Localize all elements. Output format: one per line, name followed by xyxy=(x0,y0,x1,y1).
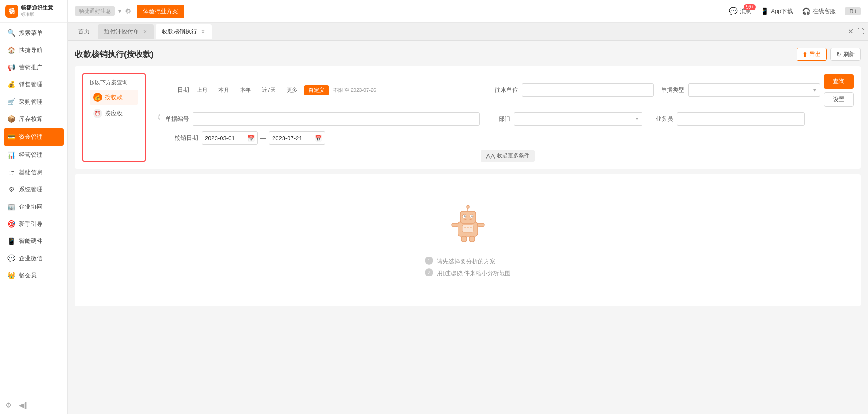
sidebar-item-sales[interactable]: 💰 销售管理 xyxy=(0,76,67,93)
cancel-date-end-wrapper[interactable]: 📅 xyxy=(269,131,325,145)
sidebar-item-guide[interactable]: 🎯 新手引导 xyxy=(0,215,67,233)
query-by-receipt-label: 按收款 xyxy=(105,93,123,101)
logo-sub: 标准版 xyxy=(21,11,53,18)
tab-close-prepay[interactable]: ✕ xyxy=(143,29,147,35)
doc-no-input[interactable] xyxy=(193,112,480,126)
sidebar-item-label-system: 系统管理 xyxy=(19,186,42,194)
more-btn[interactable]: 更多 xyxy=(283,85,302,95)
sidebar-item-search[interactable]: 🔍 搜索菜单 xyxy=(0,24,67,42)
last-month-btn[interactable]: 上月 xyxy=(193,85,212,95)
query-by-receipt[interactable]: 💰 按收款 xyxy=(90,90,138,105)
collapse-chevron-icon: ⋀⋀ xyxy=(486,153,495,159)
topbar: 畅捷通好生意 ▾ ⚙ 体验行业方案 💬 消息 99+ 📱 App下载 🎧 在线客… xyxy=(68,0,868,23)
svg-rect-8 xyxy=(452,223,458,227)
refresh-icon: ↻ xyxy=(836,51,841,58)
topbar-gear-icon[interactable]: ⚙ xyxy=(125,7,131,15)
cancel-date-start-input[interactable] xyxy=(205,135,245,142)
query-button[interactable]: 查询 xyxy=(824,74,854,89)
export-button[interactable]: ⬆ 导出 xyxy=(797,48,827,61)
app-download-button[interactable]: 📱 App下载 xyxy=(760,7,793,15)
sidebar-item-label-enterprise: 企业协同 xyxy=(19,203,42,211)
sidebar-item-quick-nav[interactable]: 🏠 快捷导航 xyxy=(0,42,67,59)
dept-select[interactable]: ▾ xyxy=(514,112,642,126)
tab-home[interactable]: 首页 xyxy=(71,24,96,39)
cancel-date-start-calendar-icon[interactable]: 📅 xyxy=(247,135,255,142)
inventory-icon: 📦 xyxy=(7,115,15,123)
party-dots-icon[interactable]: ··· xyxy=(644,86,650,94)
party-select[interactable]: ··· xyxy=(522,83,654,97)
refresh-button[interactable]: ↻ 刷新 xyxy=(830,48,861,61)
receipt-icon: 💰 xyxy=(93,93,102,102)
topbar-dropdown-icon[interactable]: ▾ xyxy=(118,8,121,14)
hardware-icon: 📱 xyxy=(7,237,15,245)
query-by-receivable-label: 按应收 xyxy=(105,109,123,118)
dept-chevron-icon: ▾ xyxy=(636,116,638,122)
this-month-btn[interactable]: 本月 xyxy=(214,85,233,95)
empty-state: 1 请先选择要分析的方案 2 用[过滤]条件来缩小分析范围 xyxy=(75,174,861,306)
cancel-date-end-input[interactable] xyxy=(272,135,313,142)
this-year-btn[interactable]: 本年 xyxy=(236,85,255,95)
expand-icon[interactable]: ⛶ xyxy=(857,28,864,36)
brand-name: 畅捷通好生意 xyxy=(75,6,115,16)
svg-point-5 xyxy=(471,215,473,217)
purchase-icon: 🛒 xyxy=(7,98,15,106)
solution-button[interactable]: 体验行业方案 xyxy=(137,5,184,18)
guide-icon: 🎯 xyxy=(7,220,15,228)
enterprise-icon: 🏢 xyxy=(7,203,15,211)
sidebar-item-hardware[interactable]: 📱 智能硬件 xyxy=(0,233,67,250)
online-service-button[interactable]: 🎧 在线客服 xyxy=(802,7,836,15)
filter-collapse-toggle[interactable]: 《 xyxy=(153,114,162,122)
sidebar-collapse-button[interactable]: ◀‖ xyxy=(19,401,28,409)
sidebar-item-marketing[interactable]: 📢 营销推广 xyxy=(0,59,67,76)
message-badge: 99+ xyxy=(744,4,756,10)
doc-no-label: 单据编号 xyxy=(162,115,189,123)
sidebar-item-enterprise[interactable]: 🏢 企业协同 xyxy=(0,198,67,215)
tab-receipt-cancel[interactable]: 收款核销执行✕ xyxy=(156,24,212,39)
page-content: 收款核销执行(按收款) ⬆ 导出 ↻ 刷新 按以下方案查询 💰 按收款 xyxy=(68,41,868,414)
user-name[interactable]: Rit xyxy=(845,7,861,15)
doc-type-chevron-icon: ▾ xyxy=(813,87,816,93)
sidebar-logo: 畅 畅捷通好生意 标准版 xyxy=(0,0,67,23)
last-7-days-btn[interactable]: 近7天 xyxy=(258,85,280,95)
sidebar-item-label-guide: 新手引导 xyxy=(19,220,42,228)
sidebar-item-capital[interactable]: 💳 资金管理 xyxy=(4,128,64,146)
sidebar-item-label-marketing: 营销推广 xyxy=(19,63,42,71)
sidebar-item-system[interactable]: ⚙ 系统管理 xyxy=(0,181,67,198)
sidebar-item-operations[interactable]: 📊 经营管理 xyxy=(0,147,67,164)
employee-dots-icon[interactable]: ··· xyxy=(795,115,801,123)
tab-close-receipt-cancel[interactable]: ✕ xyxy=(201,29,205,35)
tabbar-actions: ✕ ⛶ xyxy=(848,27,864,36)
sidebar-item-inventory[interactable]: 📦 库存核算 xyxy=(0,110,67,128)
date-separator: — xyxy=(260,135,266,142)
close-window-icon[interactable]: ✕ xyxy=(848,27,854,36)
search-icon: 🔍 xyxy=(7,29,15,37)
employee-select[interactable]: ··· xyxy=(677,112,805,126)
svg-point-3 xyxy=(464,215,466,217)
tab-label-prepay: 预付冲应付单 xyxy=(104,28,139,36)
sidebar-item-label-wechat: 企业微信 xyxy=(19,254,42,262)
collapse-more-button[interactable]: ⋀⋀ 收起更多条件 xyxy=(481,150,535,162)
cancel-date-range: 📅 — 📅 xyxy=(202,131,325,145)
tab-prepay[interactable]: 预付冲应付单✕ xyxy=(98,24,154,39)
sidebar-item-label-sales: 销售管理 xyxy=(19,81,42,89)
sidebar-item-wechat[interactable]: 💬 企业微信 xyxy=(0,250,67,267)
cancel-date-start-wrapper[interactable]: 📅 xyxy=(202,131,258,145)
topbar-right: 💬 消息 99+ 📱 App下载 🎧 在线客服 Rit xyxy=(729,7,861,15)
sidebar-item-member[interactable]: 👑 畅会员 xyxy=(0,267,67,284)
custom-btn[interactable]: 自定义 xyxy=(304,85,329,95)
employee-label: 业务员 xyxy=(646,115,673,123)
cancel-date-end-calendar-icon[interactable]: 📅 xyxy=(315,135,322,142)
sidebar-bottom: ⚙ ◀‖ xyxy=(0,396,67,414)
sidebar-item-basic[interactable]: 🗂 基础信息 xyxy=(0,164,67,181)
messages-button[interactable]: 💬 消息 99+ xyxy=(729,7,751,15)
sales-icon: 💰 xyxy=(7,81,15,89)
settings-icon[interactable]: ⚙ xyxy=(5,401,12,409)
main-area: 畅捷通好生意 ▾ ⚙ 体验行业方案 💬 消息 99+ 📱 App下载 🎧 在线客… xyxy=(68,0,868,414)
sidebar-item-label-hardware: 智能硬件 xyxy=(19,237,42,245)
svg-rect-11 xyxy=(469,236,475,242)
query-by-receivable[interactable]: ⏰ 按应收 xyxy=(90,106,138,121)
sidebar-item-purchase[interactable]: 🛒 采购管理 xyxy=(0,93,67,110)
doc-type-select[interactable]: ▾ xyxy=(688,83,820,97)
settings-button[interactable]: 设置 xyxy=(824,92,854,107)
sidebar-item-label-quick-nav: 快捷导航 xyxy=(19,46,42,54)
